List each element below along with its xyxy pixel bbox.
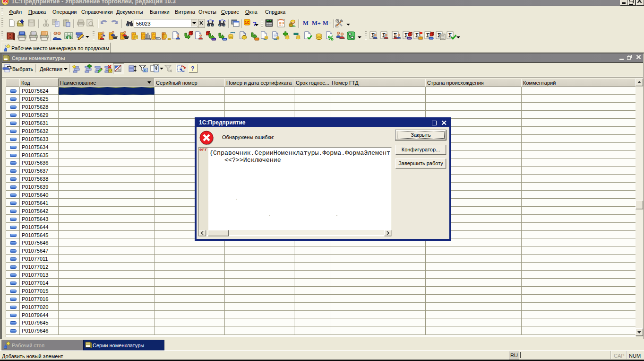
svg-text:1С: 1С	[245, 20, 249, 25]
svg-text:Σ: Σ	[415, 32, 419, 39]
svg-text:$: $	[68, 36, 70, 40]
svg-text:1С: 1С	[3, 0, 8, 3]
